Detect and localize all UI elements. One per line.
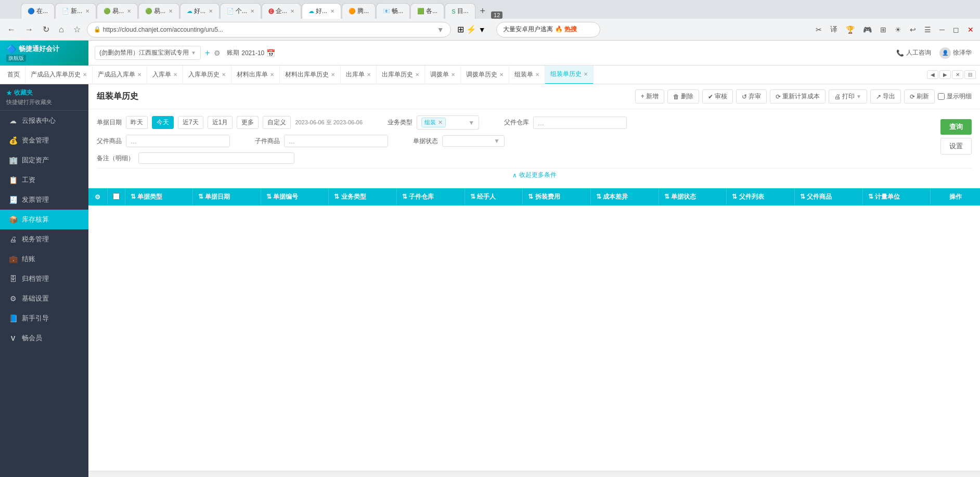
brightness-icon[interactable]: ☀ [893, 23, 904, 36]
sidebar-item-tax-mgmt[interactable]: 🖨 税务管理 [0, 229, 88, 249]
date-btn-yesterday[interactable]: 昨天 [126, 116, 148, 129]
browser-tab-6[interactable]: 📄 个... ✕ [220, 3, 261, 19]
company-selector[interactable]: (勿删勿禁用）江西服宝测试专用 ▼ [95, 46, 201, 60]
address-dropdown-icon[interactable]: ▼ [437, 25, 444, 34]
browser-tab-8[interactable]: ☁ 好... ✕ [302, 3, 341, 19]
forward-button[interactable]: → [22, 23, 36, 36]
query-button[interactable]: 查询 [940, 119, 972, 135]
th-unit[interactable]: ⇅ 计量单位 [862, 188, 931, 205]
undo-icon[interactable]: ↩ [908, 23, 918, 36]
nav-tab-assemble[interactable]: 组装单 ✕ [509, 66, 545, 84]
nav-tab-material-out-history[interactable]: 材料出库单历史 ✕ [280, 66, 341, 84]
delete-button[interactable]: 🗑 删除 [667, 89, 699, 104]
th-cost-diff[interactable]: ⇅ 成本差异 [590, 188, 659, 205]
abandon-button[interactable]: ↺ 弃审 [736, 89, 767, 104]
home-button[interactable]: ⌂ [56, 23, 67, 36]
th-handler[interactable]: ⇅ 经手人 [465, 188, 523, 205]
menu-icon[interactable]: ☰ [922, 23, 933, 36]
tab-close-3[interactable]: ✕ [127, 8, 131, 14]
service-button[interactable]: 📞 人工咨询 [896, 48, 931, 57]
status-select[interactable]: ▼ [442, 135, 505, 147]
refresh-button[interactable]: ↻ [40, 22, 53, 36]
sidebar-item-archive-mgmt[interactable]: 🗄 归档管理 [0, 269, 88, 289]
sidebar-item-cloud-report[interactable]: ☁ 云报表中心 [0, 111, 88, 131]
nav-tab-out[interactable]: 出库单 ✕ [341, 66, 377, 84]
refresh-page-button[interactable]: ⟳ 刷新 [904, 89, 935, 104]
show-detail-checkbox-label[interactable]: 显示明细 [938, 92, 972, 101]
nav-tab-close-material-out-history[interactable]: ✕ [331, 72, 335, 78]
sidebar-item-fixed-asset[interactable]: 🏢 固定资产 [0, 150, 88, 170]
nav-tab-close-material-out[interactable]: ✕ [270, 72, 274, 78]
export-button[interactable]: ↗ 导出 [870, 89, 901, 104]
biz-type-tag-close[interactable]: ✕ [438, 119, 443, 126]
browser-tab-1[interactable]: 🔵 在... [21, 3, 55, 19]
tab-close-8[interactable]: ✕ [330, 8, 334, 14]
qr-icon[interactable]: ⊞ [457, 24, 464, 34]
nav-more[interactable]: ⊟ [964, 70, 976, 79]
date-btn-today[interactable]: 今天 [152, 116, 174, 129]
minimize-button[interactable]: ─ [937, 23, 947, 36]
child-goods-input[interactable]: ... [284, 135, 388, 147]
tab-close-4[interactable]: ✕ [169, 8, 173, 14]
nav-tab-in-history[interactable]: 入库单历史 ✕ [183, 66, 231, 84]
collapse-button[interactable]: ∧ 收起更多条件 [97, 168, 972, 182]
remark-input[interactable] [138, 152, 294, 164]
add-company-button[interactable]: + [203, 46, 212, 60]
th-parent-list[interactable]: ⇅ 父件列表 [727, 188, 795, 205]
address-bar[interactable]: 🔒 https://cloud.chanjet.com/accounting/u… [87, 22, 451, 37]
nav-tab-close-out-history[interactable]: ✕ [415, 72, 419, 78]
grid-icon[interactable]: ⊞ [878, 23, 888, 36]
nav-tab-close-transfer-history[interactable]: ✕ [499, 72, 504, 78]
date-btn-more[interactable]: 更多 [237, 116, 259, 129]
th-type[interactable]: ⇅ 单据类型 [125, 188, 193, 205]
biz-type-selector[interactable]: 组装 ✕ ▼ [417, 115, 479, 130]
nav-tab-transfer-history[interactable]: 调拨单历史 ✕ [461, 66, 509, 84]
th-biz-type[interactable]: ⇅ 业务类型 [329, 188, 397, 205]
nav-tab-close-in[interactable]: ✕ [173, 72, 177, 78]
settings-icon-header[interactable]: ⚙ [212, 47, 223, 59]
browser-tab-5[interactable]: ☁ 好... ✕ [180, 3, 220, 19]
nav-tab-prod-in-history[interactable]: 产成品入库单历史 ✕ [25, 66, 93, 84]
nav-tab-out-history[interactable]: 出库单历史 ✕ [377, 66, 425, 84]
nav-scroll-right[interactable]: ▶ [939, 70, 951, 79]
select-all-checkbox[interactable] [113, 193, 120, 200]
nav-close-all[interactable]: ✕ [952, 70, 963, 79]
tab-close-5[interactable]: ✕ [209, 8, 213, 14]
boost-icon[interactable]: ⚡ [466, 24, 476, 34]
maximize-button[interactable]: ◻ [951, 23, 961, 36]
search-bar[interactable]: 大量安卓用户逃离 🔥 热搜 [496, 22, 600, 37]
parent-warehouse-input[interactable]: ... [533, 117, 627, 129]
bottom-scrollbar[interactable] [88, 471, 980, 477]
close-button[interactable]: ✕ [965, 23, 976, 36]
translate-icon[interactable]: 译 [828, 23, 840, 36]
nav-tab-close-prod-in-history[interactable]: ✕ [83, 72, 87, 78]
browser-tab-3[interactable]: 🟢 易... ✕ [97, 3, 138, 19]
th-child-warehouse[interactable]: ⇅ 子件仓库 [397, 188, 465, 205]
cut-icon[interactable]: ✂ [814, 23, 824, 36]
nav-tab-prod-in[interactable]: 产成品入库单 ✕ [93, 66, 147, 84]
print-button[interactable]: 🖨 打印 ▼ [829, 89, 867, 104]
date-btn-1month[interactable]: 近1月 [208, 116, 233, 129]
browser-tab-12[interactable]: S 目... [445, 3, 475, 19]
nav-scroll-left[interactable]: ◀ [927, 70, 938, 79]
nav-tab-close-assemble-history[interactable]: ✕ [584, 71, 588, 77]
tab-close-7[interactable]: ✕ [290, 8, 294, 14]
calendar-icon[interactable]: 📅 [266, 49, 275, 57]
back-button[interactable]: ← [4, 23, 19, 36]
browser-tab-11[interactable]: 🟩 各... [410, 3, 444, 19]
nav-tab-close-assemble[interactable]: ✕ [535, 72, 539, 78]
th-parent-goods[interactable]: ⇅ 父件商品 [794, 188, 862, 205]
biz-type-dropdown[interactable]: ▼ [468, 119, 474, 126]
th-checkbox[interactable] [107, 188, 125, 205]
bookmark-button[interactable]: ☆ [70, 22, 84, 36]
browser-tab-7[interactable]: 🅒 企... ✕ [262, 3, 301, 19]
nav-tab-assemble-history[interactable]: 组装单历史 ✕ [545, 66, 594, 84]
tab-close-2[interactable]: ✕ [85, 8, 89, 14]
nav-tab-transfer[interactable]: 调拨单 ✕ [425, 66, 461, 84]
add-button[interactable]: + 新增 [635, 89, 664, 104]
sidebar-item-account-close[interactable]: 💼 结账 [0, 249, 88, 269]
parent-goods-input[interactable]: ... [126, 135, 230, 147]
recalculate-button[interactable]: ⟳ 重新计算成本 [770, 89, 826, 104]
browser-tab-10[interactable]: 📧 畅... [376, 3, 410, 19]
nav-tab-home[interactable]: 首页 [2, 66, 25, 84]
